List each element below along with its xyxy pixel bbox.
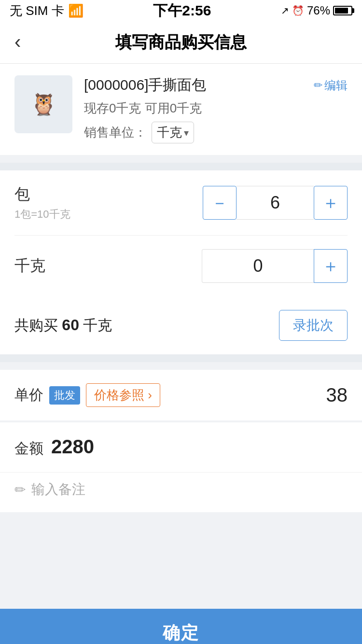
product-logo-icon: 🦉 bbox=[30, 92, 57, 117]
pencil-icon: ✏ bbox=[14, 482, 26, 498]
kilo-row: 千克 ＋ bbox=[14, 236, 348, 296]
wifi-icon: 📶 bbox=[68, 3, 84, 18]
remark-row[interactable]: ✏ 输入备注 bbox=[0, 472, 362, 512]
batch-button[interactable]: 录批次 bbox=[279, 310, 348, 341]
status-bar: 无 SIM 卡 📶 下午2:56 ↗ ⏰ 76% bbox=[0, 0, 362, 21]
package-quantity-input[interactable] bbox=[237, 186, 314, 220]
package-plus-button[interactable]: ＋ bbox=[314, 186, 348, 220]
remark-input[interactable]: 输入备注 bbox=[31, 480, 85, 499]
summary-text: 共购买 60 千克 bbox=[14, 316, 112, 336]
kilo-label: 千克 bbox=[14, 255, 202, 277]
chevron-down-icon: ▾ bbox=[184, 127, 189, 139]
product-stock: 现存0千克 可用0千克 bbox=[84, 100, 348, 117]
status-carrier: 无 SIM 卡 📶 bbox=[10, 2, 84, 19]
confirm-button[interactable]: 确定 bbox=[0, 609, 362, 644]
package-hint: 1包=10千克 bbox=[14, 207, 203, 222]
status-time: 下午2:56 bbox=[153, 1, 211, 21]
empty-area bbox=[0, 512, 362, 609]
battery-icon bbox=[333, 6, 352, 15]
amount-label: 金额 bbox=[14, 439, 43, 459]
product-info: [0000006]手撕面包 ✏ 编辑 现存0千克 可用0千克 销售单位： 千克 … bbox=[84, 75, 348, 143]
product-name: [0000006]手撕面包 bbox=[84, 75, 206, 95]
package-row: 包 1包=10千克 － ＋ bbox=[14, 170, 348, 236]
location-icon: ↗ bbox=[281, 5, 289, 16]
nav-bar: ‹ 填写商品购买信息 bbox=[0, 21, 362, 64]
edit-link[interactable]: ✏ 编辑 bbox=[314, 78, 348, 93]
page-title: 填写商品购买信息 bbox=[115, 31, 247, 54]
unit-label: 销售单位： bbox=[84, 124, 147, 141]
back-button[interactable]: ‹ bbox=[14, 32, 21, 51]
kilo-quantity-input[interactable] bbox=[202, 249, 314, 283]
battery-level: 76% bbox=[307, 4, 330, 17]
status-right: ↗ ⏰ 76% bbox=[281, 4, 352, 17]
price-value: 38 bbox=[326, 384, 348, 406]
input-section: 包 1包=10千克 － ＋ 千克 ＋ bbox=[0, 170, 362, 296]
unit-select[interactable]: 千克 ▾ bbox=[152, 122, 194, 143]
price-label: 单价 bbox=[14, 385, 43, 405]
amount-section: 金额 2280 ✏ 输入备注 bbox=[0, 422, 362, 512]
price-tag: 批发 bbox=[49, 386, 80, 405]
kilo-plus-button[interactable]: ＋ bbox=[314, 249, 348, 283]
package-label: 包 bbox=[14, 184, 203, 205]
price-section: 单价 批发 价格参照 › 38 bbox=[0, 370, 362, 420]
price-ref-button[interactable]: 价格参照 › bbox=[86, 383, 160, 407]
confirm-label: 确定 bbox=[163, 621, 199, 644]
amount-value: 2280 bbox=[51, 436, 94, 458]
product-card: 🦉 [0000006]手撕面包 ✏ 编辑 现存0千克 可用0千克 销售单位： 千… bbox=[0, 64, 362, 155]
amount-row: 金额 2280 bbox=[0, 422, 362, 472]
section-divider-2 bbox=[0, 354, 362, 362]
product-image: 🦉 bbox=[14, 75, 72, 133]
edit-icon: ✏ bbox=[314, 79, 322, 92]
package-minus-button[interactable]: － bbox=[203, 186, 237, 220]
alarm-icon: ⏰ bbox=[292, 5, 304, 16]
section-divider-1 bbox=[0, 163, 362, 170]
summary-section: 共购买 60 千克 录批次 bbox=[0, 296, 362, 354]
